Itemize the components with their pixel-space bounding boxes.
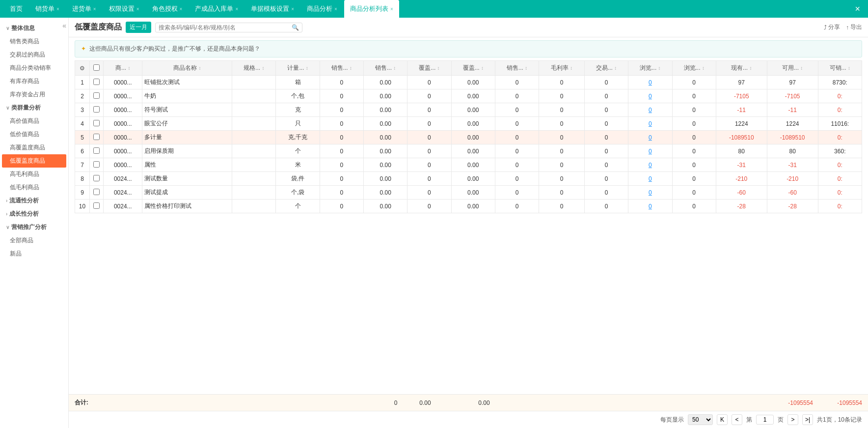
row-browse1[interactable]: 0	[628, 186, 672, 200]
sidebar-item-new-goods[interactable]: 新品	[0, 247, 68, 260]
sidebar-group-marketing[interactable]: ∨ 营销推广分析	[0, 221, 68, 234]
nav-item-permissions[interactable]: 权限设置 ×	[103, 0, 145, 18]
col-cover2[interactable]: 覆盖... ↕	[451, 61, 495, 76]
row-select-checkbox[interactable]	[93, 79, 100, 85]
row-checkbox[interactable]	[90, 158, 104, 172]
share-button[interactable]: ⤴ 分享	[824, 23, 840, 31]
prev-page-button[interactable]: <	[732, 414, 742, 425]
col-code[interactable]: 商... ↕	[104, 61, 142, 76]
row-select-checkbox[interactable]	[93, 134, 100, 140]
col-browse1[interactable]: 浏览... ↕	[628, 61, 672, 76]
col-gross-rate[interactable]: 毛利率 ↕	[539, 61, 585, 76]
col-checkbox[interactable]	[90, 61, 104, 76]
row-browse1[interactable]: 0	[628, 76, 672, 89]
row-browse1[interactable]: 0	[628, 103, 672, 117]
col-available-stock[interactable]: 可用... ↕	[767, 61, 818, 76]
close-production-icon[interactable]: ×	[235, 6, 238, 12]
nav-item-sales[interactable]: 销货单 ×	[29, 0, 65, 18]
row-select-checkbox[interactable]	[93, 175, 100, 181]
col-sales3[interactable]: 销售... ↕	[495, 61, 539, 76]
row-spec	[232, 158, 276, 172]
row-select-checkbox[interactable]	[93, 202, 100, 209]
close-template-icon[interactable]: ×	[291, 6, 294, 12]
row-select-checkbox[interactable]	[93, 189, 100, 195]
row-checkbox[interactable]	[90, 144, 104, 158]
first-page-button[interactable]: K	[717, 414, 728, 425]
row-select-checkbox[interactable]	[93, 106, 100, 113]
row-browse1[interactable]: 0	[628, 144, 672, 158]
nav-item-production[interactable]: 产成品入库单 ×	[189, 0, 244, 18]
export-button[interactable]: ↑ 导出	[846, 23, 862, 31]
row-checkbox[interactable]	[90, 131, 104, 144]
sidebar-item-stock-capital[interactable]: 库存资金占用	[0, 88, 68, 101]
sidebar-item-low-profit[interactable]: 低毛利商品	[0, 181, 68, 194]
nav-item-analysis-list[interactable]: 商品分析列表 ×	[344, 0, 399, 18]
sidebar-group-growth[interactable]: › 成长性分析	[0, 207, 68, 221]
row-browse1[interactable]: 0	[628, 200, 672, 213]
col-sales-amt[interactable]: 销售... ↕	[364, 61, 407, 76]
sidebar-item-all-goods[interactable]: 全部商品	[0, 234, 68, 247]
row-name: 属性	[142, 158, 232, 172]
row-browse1[interactable]: 0	[628, 131, 672, 144]
row-checkbox[interactable]	[90, 186, 104, 200]
col-spec[interactable]: 规格... ↕	[232, 61, 276, 76]
close-analysis-icon[interactable]: ×	[334, 6, 337, 12]
select-all-checkbox[interactable]	[93, 64, 100, 71]
nav-item-home[interactable]: 首页	[4, 0, 28, 18]
sidebar-item-high-coverage[interactable]: 高覆盖度商品	[0, 141, 68, 154]
close-permissions-icon[interactable]: ×	[136, 6, 139, 12]
col-cover1[interactable]: 覆盖... ↕	[407, 61, 451, 76]
col-current-stock[interactable]: 现有... ↕	[716, 61, 767, 76]
row-select-checkbox[interactable]	[93, 120, 100, 126]
row-checkbox[interactable]	[90, 89, 104, 103]
sidebar-group-flow[interactable]: › 流通性分析	[0, 194, 68, 207]
next-page-button[interactable]: >	[787, 414, 798, 425]
sidebar-collapse-button[interactable]: «	[62, 22, 66, 29]
col-unit[interactable]: 计量... ↕	[276, 61, 320, 76]
per-page-select[interactable]: 20 50 100	[688, 414, 713, 425]
close-purchase-icon[interactable]: ×	[93, 6, 96, 12]
col-transaction[interactable]: 交易... ↕	[584, 61, 628, 76]
sidebar-item-high-profit[interactable]: 高毛利商品	[0, 168, 68, 181]
row-browse1[interactable]: 0	[628, 172, 672, 186]
row-checkbox[interactable]	[90, 103, 104, 117]
sidebar-item-sales-goods[interactable]: 销售类商品	[0, 35, 68, 48]
row-checkbox[interactable]	[90, 200, 104, 213]
sidebar-item-low-coverage[interactable]: 低覆盖度商品	[2, 154, 66, 168]
row-select-checkbox[interactable]	[93, 92, 100, 99]
row-select-checkbox[interactable]	[93, 147, 100, 154]
row-checkbox[interactable]	[90, 117, 104, 131]
col-name[interactable]: 商品名称 ↕	[142, 61, 232, 76]
row-select-checkbox[interactable]	[93, 161, 100, 168]
nav-item-roles[interactable]: 角色授权 ×	[146, 0, 189, 18]
close-analysis-list-icon[interactable]: ×	[390, 6, 393, 12]
close-all-button[interactable]: ×	[851, 4, 864, 14]
sidebar-item-category-rate[interactable]: 商品分类动销率	[0, 61, 68, 75]
search-input[interactable]	[159, 24, 292, 31]
row-checkbox[interactable]	[90, 76, 104, 89]
col-settings[interactable]: ⚙	[75, 61, 90, 76]
sidebar-group-general[interactable]: ∨ 整体信息	[0, 22, 68, 35]
col-sales-qty[interactable]: 销售... ↕	[320, 61, 363, 76]
sidebar-item-high-value[interactable]: 高价值商品	[0, 114, 68, 128]
row-browse1[interactable]: 0	[628, 117, 672, 131]
close-sales-icon[interactable]: ×	[56, 6, 59, 12]
nav-item-purchase[interactable]: 进货单 ×	[66, 0, 102, 18]
last-page-button[interactable]: >|	[802, 414, 813, 425]
sidebar-item-traded-goods[interactable]: 交易过的商品	[0, 48, 68, 61]
col-saleable[interactable]: 可销... ↕	[818, 61, 862, 76]
sidebar-group-cluster[interactable]: ∨ 类群量分析	[0, 101, 68, 114]
sidebar-item-low-value[interactable]: 低价值商品	[0, 128, 68, 141]
row-browse1[interactable]: 0	[628, 158, 672, 172]
close-roles-icon[interactable]: ×	[180, 6, 183, 12]
page-input[interactable]	[756, 415, 774, 425]
table-container[interactable]: ⚙ 商... ↕ 商品名称 ↕ 规格... ↕ 计量... ↕ 销售... ↕ …	[69, 60, 868, 394]
nav-item-template[interactable]: 单据模板设置 ×	[245, 0, 300, 18]
period-button[interactable]: 近一月	[126, 22, 151, 33]
nav-item-analysis[interactable]: 商品分析 ×	[301, 0, 343, 18]
sidebar-item-in-stock[interactable]: 有库存商品	[0, 75, 68, 88]
col-browse2[interactable]: 浏览... ↕	[672, 61, 716, 76]
row-browse1[interactable]: 0	[628, 89, 672, 103]
search-icon[interactable]: 🔍	[292, 24, 299, 31]
row-checkbox[interactable]	[90, 172, 104, 186]
